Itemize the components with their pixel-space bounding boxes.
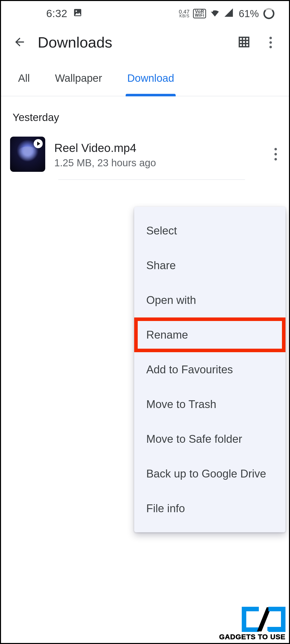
- watermark: GADGETS TO USE: [219, 607, 285, 641]
- file-name: Reel Video.mp4: [54, 141, 260, 155]
- file-text: Reel Video.mp4 1.25 MB, 23 hours ago: [54, 140, 260, 169]
- tab-all[interactable]: All: [18, 72, 30, 96]
- menu-item-move-safe-folder[interactable]: Move to Safe folder: [134, 422, 285, 456]
- svg-point-2: [211, 10, 213, 12]
- menu-item-select[interactable]: Select: [134, 213, 285, 248]
- page-title: Downloads: [38, 34, 226, 51]
- divider: [58, 179, 245, 180]
- menu-item-backup-drive[interactable]: Back up to Google Drive: [134, 456, 285, 491]
- back-button[interactable]: [13, 35, 26, 50]
- menu-item-open-with[interactable]: Open with: [134, 283, 285, 317]
- svg-point-1: [75, 10, 77, 12]
- svg-rect-3: [239, 37, 249, 47]
- status-bar: 6:32 0.47 KB/S VoR WiFi 61%: [1, 1, 289, 26]
- battery-percent: 61%: [239, 8, 259, 19]
- vowifi-icon: VoR WiFi: [193, 9, 206, 18]
- play-icon: [34, 139, 43, 148]
- file-thumbnail: [10, 137, 45, 172]
- watermark-logo-icon: [242, 607, 285, 632]
- menu-item-file-info[interactable]: File info: [134, 491, 285, 526]
- wifi-icon: [210, 7, 220, 20]
- file-more-button[interactable]: [269, 144, 282, 164]
- menu-item-share[interactable]: Share: [134, 248, 285, 283]
- image-icon: [73, 8, 82, 20]
- tab-wallpaper[interactable]: Wallpaper: [55, 72, 102, 96]
- data-rate-indicator: 0.47 KB/S: [179, 9, 189, 18]
- file-meta: 1.25 MB, 23 hours ago: [54, 157, 260, 169]
- status-right: 0.47 KB/S VoR WiFi 61%: [179, 7, 274, 20]
- watermark-text: GADGETS TO USE: [219, 633, 285, 641]
- data-rate-value: 0.47: [179, 9, 189, 14]
- tabs-bar: All Wallpaper Download: [1, 59, 289, 96]
- tab-download[interactable]: Download: [127, 72, 174, 96]
- section-header-yesterday: Yesterday: [1, 96, 289, 131]
- app-bar: Downloads: [1, 26, 289, 59]
- menu-item-add-favourites[interactable]: Add to Favourites: [134, 352, 285, 387]
- menu-item-rename[interactable]: Rename: [134, 317, 285, 352]
- status-time: 6:32: [46, 8, 67, 20]
- file-row[interactable]: Reel Video.mp4 1.25 MB, 23 hours ago: [1, 131, 289, 177]
- screen-frame: 6:32 0.47 KB/S VoR WiFi 61%: [0, 0, 290, 644]
- context-menu: Select Share Open with Rename Add to Fav…: [134, 207, 285, 532]
- signal-icon: [224, 8, 234, 20]
- menu-item-move-trash[interactable]: Move to Trash: [134, 387, 285, 422]
- more-options-button[interactable]: [262, 34, 279, 51]
- sync-spinner-icon: [263, 8, 274, 19]
- data-rate-unit: KB/S: [179, 14, 189, 18]
- view-grid-button[interactable]: [238, 36, 250, 49]
- status-left: 6:32: [46, 8, 82, 20]
